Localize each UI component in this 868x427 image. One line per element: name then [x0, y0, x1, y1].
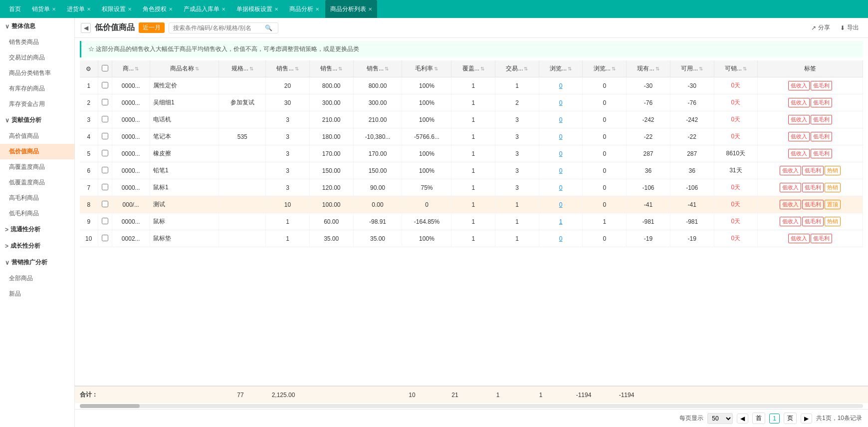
page-size-select[interactable]: 50 20 100	[707, 413, 733, 424]
row-select-checkbox[interactable]	[102, 184, 108, 190]
sidebar-item-stock-capital[interactable]: 库存资金占用	[0, 96, 74, 112]
horizontal-scrollbar[interactable]	[80, 404, 863, 408]
row-select-checkbox[interactable]	[102, 218, 108, 224]
view1-link[interactable]: 0	[559, 82, 563, 89]
sidebar-item-in-stock[interactable]: 有库存的商品	[0, 81, 74, 96]
col-trade[interactable]: 交易...⇅	[495, 60, 539, 77]
nav-home[interactable]: 首页	[4, 0, 26, 18]
col-gross-rate[interactable]: 毛利率⇅	[402, 60, 451, 77]
nav-sales[interactable]: 销货单 ✕	[27, 0, 61, 18]
row-checkbox[interactable]	[98, 145, 112, 162]
row-view1[interactable]: 0	[539, 145, 583, 162]
sidebar-item-new-products[interactable]: 新品	[0, 286, 74, 302]
close-icon[interactable]: ✕	[274, 6, 278, 12]
sidebar-group-marketing[interactable]: ∨ 营销推广分析	[0, 254, 74, 271]
scrollbar-thumb[interactable]	[80, 404, 140, 408]
row-view1[interactable]: 0	[539, 111, 583, 128]
search-input[interactable]	[173, 24, 263, 31]
row-view1[interactable]: 0	[539, 196, 583, 213]
search-icon[interactable]: 🔍	[265, 24, 272, 31]
view1-link[interactable]: 0	[559, 201, 563, 208]
collapse-button[interactable]: ◀	[81, 23, 91, 33]
row-checkbox[interactable]	[98, 196, 112, 213]
col-sale-qty[interactable]: 销售...⇅	[266, 60, 310, 77]
sidebar-item-low-margin[interactable]: 低毛利商品	[0, 206, 74, 221]
col-coverage[interactable]: 覆盖...⇅	[451, 60, 495, 77]
view1-link[interactable]: 0	[559, 99, 563, 106]
close-icon[interactable]: ✕	[128, 6, 132, 12]
share-button[interactable]: ↗ 分享	[808, 22, 833, 33]
row-select-checkbox[interactable]	[102, 167, 108, 173]
col-view1[interactable]: 浏览...⇅	[539, 60, 583, 77]
row-checkbox[interactable]	[98, 179, 112, 196]
sidebar-group-contribution[interactable]: ∨ 贡献值分析	[0, 112, 74, 128]
col-current[interactable]: 现有...⇅	[627, 60, 670, 77]
sidebar-item-category-rate[interactable]: 商品分类销售率	[0, 65, 74, 81]
view1-link[interactable]: 0	[559, 235, 563, 242]
row-select-checkbox[interactable]	[102, 133, 108, 139]
row-view1[interactable]: 1	[539, 213, 583, 230]
row-select-checkbox[interactable]	[102, 82, 108, 88]
close-icon[interactable]: ✕	[169, 6, 173, 12]
nav-permissions[interactable]: 权限设置 ✕	[97, 0, 137, 18]
row-checkbox[interactable]	[98, 111, 112, 128]
row-view1[interactable]: 0	[539, 94, 583, 111]
table-container[interactable]: ⚙ 商...⇅ 商品名称⇅ 规格...⇅ 销售...⇅ 销售...⇅ 销售...…	[75, 60, 868, 386]
sidebar-group-overall[interactable]: ∨ 整体信息	[0, 18, 74, 34]
col-saleable[interactable]: 可销...⇅	[714, 60, 758, 77]
view1-link[interactable]: 1	[559, 218, 563, 225]
row-view1[interactable]: 0	[539, 128, 583, 145]
nav-template[interactable]: 单据模板设置 ✕	[231, 0, 283, 18]
sidebar-group-growth[interactable]: > 成长性分析	[0, 238, 74, 254]
row-checkbox[interactable]	[98, 77, 112, 94]
row-checkbox[interactable]	[98, 230, 112, 247]
settings-col[interactable]: ⚙	[80, 60, 98, 77]
nav-product-analysis[interactable]: 商品分析 ✕	[284, 0, 324, 18]
row-select-checkbox[interactable]	[102, 235, 108, 241]
export-button[interactable]: ⬇ 导出	[837, 22, 862, 33]
col-available[interactable]: 可用...⇅	[670, 60, 714, 77]
nav-roles[interactable]: 角色授权 ✕	[138, 0, 178, 18]
sidebar-item-sales-category[interactable]: 销售类商品	[0, 34, 74, 50]
row-view1[interactable]: 0	[539, 162, 583, 179]
sidebar-item-traded[interactable]: 交易过的商品	[0, 50, 74, 65]
row-select-checkbox[interactable]	[102, 116, 108, 122]
nav-product-analysis-list[interactable]: 商品分析列表 ✕	[325, 0, 377, 18]
row-view1[interactable]: 0	[539, 230, 583, 247]
last-page-button[interactable]: ▶	[801, 414, 812, 424]
view1-link[interactable]: 0	[559, 184, 563, 191]
sidebar-item-high-coverage[interactable]: 高覆盖度商品	[0, 159, 74, 175]
close-icon[interactable]: ✕	[87, 6, 91, 12]
row-select-checkbox[interactable]	[102, 201, 108, 207]
sidebar-item-all-products[interactable]: 全部商品	[0, 271, 74, 286]
time-filter-button[interactable]: 近一月	[139, 22, 165, 33]
close-icon[interactable]: ✕	[52, 6, 56, 12]
row-select-checkbox[interactable]	[102, 150, 108, 156]
sidebar-item-high-margin[interactable]: 高毛利商品	[0, 190, 74, 206]
col-sale-amount[interactable]: 销售...⇅	[353, 60, 402, 77]
select-all-checkbox[interactable]	[102, 65, 108, 71]
row-select-checkbox[interactable]	[102, 99, 108, 105]
col-code[interactable]: 商...⇅	[112, 60, 150, 77]
col-spec[interactable]: 规格...⇅	[219, 60, 266, 77]
col-sale-price[interactable]: 销售...⇅	[309, 60, 353, 77]
view1-link[interactable]: 0	[559, 167, 563, 174]
sidebar-item-low-coverage[interactable]: 低覆盖度商品	[0, 175, 74, 190]
next-page-button[interactable]: 页	[784, 413, 797, 424]
view1-link[interactable]: 0	[559, 133, 563, 140]
row-view1[interactable]: 0	[539, 77, 583, 94]
row-checkbox[interactable]	[98, 128, 112, 145]
close-icon[interactable]: ✕	[315, 6, 319, 12]
nav-product-in[interactable]: 产成品入库单 ✕	[179, 0, 230, 18]
sidebar-item-high-value[interactable]: 高价值商品	[0, 128, 74, 144]
close-icon[interactable]: ✕	[368, 6, 372, 12]
prev-page-button[interactable]: 首	[752, 413, 765, 424]
row-view1[interactable]: 0	[539, 179, 583, 196]
col-view2[interactable]: 浏览...⇅	[583, 60, 627, 77]
row-checkbox[interactable]	[98, 94, 112, 111]
sidebar-group-liquidity[interactable]: > 流通性分析	[0, 221, 74, 238]
first-page-button[interactable]: ◀	[737, 414, 748, 424]
row-checkbox[interactable]	[98, 162, 112, 179]
sidebar-item-low-value[interactable]: 低价值商品	[0, 144, 74, 159]
close-icon[interactable]: ✕	[221, 6, 225, 12]
